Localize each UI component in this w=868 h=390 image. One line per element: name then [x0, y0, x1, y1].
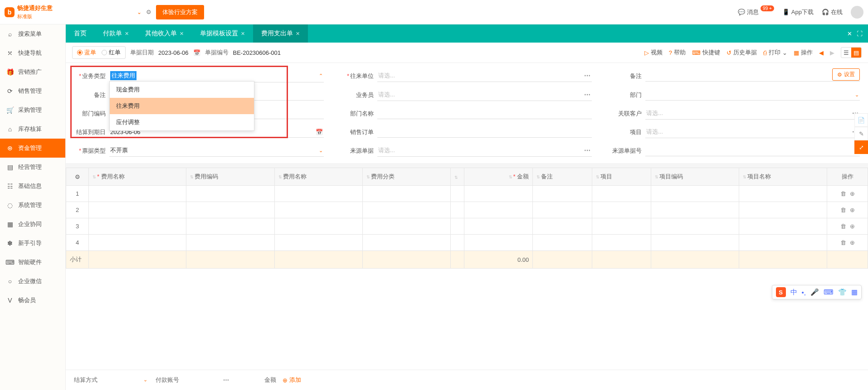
chevron-down-icon: ⌄	[855, 92, 859, 98]
delete-icon[interactable]: 🗑	[840, 223, 846, 230]
project-header[interactable]: ⇅项目	[592, 168, 651, 186]
app-download-button[interactable]: 📱 App下载	[782, 8, 814, 16]
sidebar-item[interactable]: ○企业微信	[0, 272, 65, 291]
calendar-icon[interactable]: 📅	[193, 49, 200, 56]
sidebar-item[interactable]: 🛒采购管理	[0, 101, 65, 120]
gear-header[interactable]: ⚙	[66, 168, 89, 186]
company-selector[interactable]: ⌄	[73, 9, 141, 15]
ime-lang[interactable]: 中	[790, 288, 797, 297]
close-all-icon[interactable]: ✕	[847, 30, 852, 37]
sidebar-item[interactable]: ▦企业协同	[0, 215, 65, 234]
related-customer-select[interactable]: 请选...⋯	[645, 107, 860, 120]
prev-button[interactable]: ◀	[819, 49, 824, 56]
blue-doc-radio[interactable]: 蓝单	[77, 48, 96, 57]
help-button[interactable]: ?帮助	[669, 48, 686, 57]
experience-button[interactable]: 体验行业方案	[156, 5, 204, 19]
next-button[interactable]: ▶	[830, 49, 834, 56]
sidebar-item[interactable]: ⤱快捷导航	[0, 43, 65, 63]
add-button[interactable]: ⊕添加	[283, 376, 301, 384]
table-row[interactable]: 3🗑⊕	[66, 218, 868, 235]
copy-icon[interactable]: ⊕	[850, 207, 855, 213]
sidebar-item[interactable]: ☷基础信息	[0, 177, 65, 196]
video-button[interactable]: ▷视频	[644, 48, 663, 57]
remark-header[interactable]: ⇅备注	[533, 168, 592, 186]
settle-method-select[interactable]: ⌄	[104, 376, 149, 384]
table-row[interactable]: 2🗑⊕	[66, 202, 868, 218]
sidebar-item[interactable]: ✽新手引导	[0, 234, 65, 253]
project-name-header[interactable]: ⇅项目名称	[739, 168, 827, 186]
sidebar-item[interactable]: ⌕搜索菜单	[0, 24, 65, 43]
dropdown-item[interactable]: 现金费用	[110, 82, 254, 98]
dept-name-input[interactable]	[377, 108, 592, 119]
close-icon[interactable]: ✕	[241, 31, 245, 37]
amount-header[interactable]: ⇅* 金额	[464, 168, 533, 186]
ime-keyboard-icon[interactable]: ⌨	[824, 288, 834, 296]
expand-icon[interactable]: ⛶	[857, 30, 863, 37]
table-row[interactable]: 4🗑⊕	[66, 235, 868, 251]
sidebar-item[interactable]: ⊛资金管理	[0, 139, 65, 158]
tab[interactable]: 付款单✕	[95, 24, 137, 43]
ime-mic-icon[interactable]: 🎤	[810, 288, 819, 296]
dept-select[interactable]: ⌄	[645, 90, 860, 101]
business-type-select[interactable]: 往来费用 ⌃ 现金费用往来费用应付调整	[109, 69, 324, 82]
dropdown-item[interactable]: 应付调整	[110, 114, 254, 130]
operator-select[interactable]: 请选...⋯	[377, 89, 592, 101]
close-icon[interactable]: ✕	[296, 31, 300, 37]
print-button[interactable]: ⎙打印 ⌄	[763, 48, 787, 57]
red-doc-radio[interactable]: 红单	[102, 48, 121, 57]
float-note-button[interactable]: 📄	[854, 113, 868, 127]
delete-icon[interactable]: 🗑	[840, 239, 846, 246]
delete-icon[interactable]: 🗑	[840, 207, 846, 213]
messages-button[interactable]: 💬 消息 99 +	[738, 8, 774, 16]
float-expand-button[interactable]: ⤢	[854, 140, 868, 154]
fee-code-header[interactable]: ⇅费用编码	[186, 168, 274, 186]
dropdown-item[interactable]: 往来费用	[110, 98, 254, 114]
sidebar-item[interactable]: 🎁营销推广	[0, 63, 65, 82]
calendar-icon: 📅	[316, 129, 323, 135]
sidebar-item[interactable]: V畅会员	[0, 291, 65, 310]
ime-grid-icon[interactable]: ▦	[851, 288, 858, 296]
sidebar-item[interactable]: ▤经营管理	[0, 158, 65, 177]
tab[interactable]: 其他收入单✕	[137, 24, 192, 43]
online-support-button[interactable]: 🎧 在线	[822, 8, 843, 16]
copy-icon[interactable]: ⊕	[850, 190, 855, 197]
list-view-button[interactable]: ☰	[841, 48, 851, 58]
date-label: 单据日期	[130, 48, 154, 57]
fee-name-req-header[interactable]: ⇅* 费用名称	[89, 168, 186, 186]
close-icon[interactable]: ✕	[180, 31, 184, 37]
source-doc-select[interactable]: 请选...⋯	[377, 144, 592, 157]
copy-icon[interactable]: ⊕	[850, 239, 855, 246]
close-icon[interactable]: ✕	[125, 31, 129, 37]
ime-logo-icon[interactable]: S	[776, 287, 786, 297]
source-docno-input[interactable]	[645, 145, 860, 156]
invoice-type-select[interactable]: 不开票⌄	[109, 144, 324, 157]
operate-button[interactable]: ▦操作	[794, 48, 813, 57]
history-button[interactable]: ↺历史单据	[727, 48, 757, 57]
shortcut-button[interactable]: ⌨快捷键	[692, 48, 720, 57]
pay-account-select[interactable]: ⋯	[185, 376, 231, 385]
sidebar-item[interactable]: ◌系统管理	[0, 196, 65, 215]
avatar[interactable]	[851, 6, 863, 19]
tab[interactable]: 费用支出单✕	[253, 24, 308, 43]
copy-icon[interactable]: ⊕	[850, 223, 855, 230]
fee-name-header[interactable]: ⇅费用名称	[274, 168, 362, 186]
fee-cat-header[interactable]: ⇅费用分类	[362, 168, 450, 186]
ime-punct-icon[interactable]: •,	[802, 289, 806, 296]
table-row[interactable]: 1🗑⊕	[66, 186, 868, 202]
tab[interactable]: 首页	[66, 24, 95, 43]
partner-unit-select[interactable]: 请选...⋯	[377, 70, 592, 82]
project-select[interactable]: 请选...⋯	[645, 126, 860, 138]
sidebar-item[interactable]: ⟳销售管理	[0, 82, 65, 101]
tab[interactable]: 单据模板设置✕	[192, 24, 253, 43]
ime-shirt-icon[interactable]: 👕	[838, 288, 847, 296]
project-code-header[interactable]: ⇅项目编码	[651, 168, 739, 186]
remark-input[interactable]	[645, 71, 860, 82]
gear-icon[interactable]: ⚙	[146, 9, 151, 15]
blank-header[interactable]: ⇅	[450, 168, 464, 186]
detail-view-button[interactable]: ▤	[851, 48, 861, 58]
float-edit-button[interactable]: ✎	[854, 127, 868, 140]
sidebar-item[interactable]: ⌂库存核算	[0, 120, 65, 139]
sidebar-item[interactable]: ⌨智能硬件	[0, 253, 65, 272]
sales-order-input[interactable]	[377, 127, 592, 138]
delete-icon[interactable]: 🗑	[840, 190, 846, 197]
